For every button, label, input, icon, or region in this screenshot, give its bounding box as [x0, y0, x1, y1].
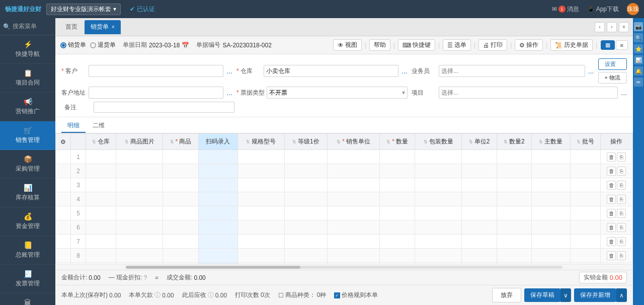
tab-prev-btn[interactable]: ‹	[595, 22, 605, 32]
sidebar-item-sales[interactable]: 🛒 销售管理	[0, 121, 55, 150]
tab-close-window-btn[interactable]: ×	[619, 22, 629, 32]
row-delete-btn[interactable]: 🗑	[607, 152, 616, 162]
warehouse-ellipsis-btn[interactable]: ...	[401, 67, 408, 75]
message-btn[interactable]: ✉ 1 消息	[552, 5, 579, 14]
col-warehouse[interactable]: ⇅ 仓库	[86, 134, 116, 150]
tab-home[interactable]: 首页	[59, 20, 84, 34]
sidebar-search[interactable]: 🔍 搜索菜单	[0, 18, 55, 35]
tab-sales-order[interactable]: 销货单 ×	[85, 20, 121, 34]
operate-btn[interactable]: ⚙ 操作	[515, 39, 543, 51]
scroll-thumb[interactable]	[126, 266, 300, 269]
radio-return[interactable]: 退货单	[90, 41, 116, 49]
app-download-btn[interactable]: 📱 App下载	[587, 5, 619, 14]
row-copy-btn[interactable]: ⎘	[617, 152, 626, 162]
row-delete-btn[interactable]: 🗑	[607, 181, 616, 190]
col-qty2[interactable]: ⇅ 数量2	[497, 134, 531, 150]
right-panel-btn-4[interactable]: 📊	[634, 55, 643, 64]
right-panel-btn-5[interactable]: 🔔	[634, 66, 643, 75]
view-btn[interactable]: 👁 视图	[333, 39, 362, 51]
print-btn[interactable]: 🖨 打印	[478, 39, 507, 51]
row-copy-btn[interactable]: ⎘	[617, 251, 626, 260]
abandon-btn[interactable]: 放弃	[492, 288, 521, 302]
project-input[interactable]	[439, 87, 618, 99]
collect-help[interactable]: ⓘ	[208, 291, 214, 299]
sidebar-item-purchase[interactable]: 📦 采购管理	[0, 150, 55, 179]
sidebar-item-accounting[interactable]: 📒 总账管理	[0, 236, 55, 265]
right-panel-btn-6[interactable]: ✏	[634, 78, 643, 87]
calendar-icon[interactable]: 📅	[182, 42, 189, 49]
sidebar-item-marketing[interactable]: 📢 营销推广	[0, 93, 55, 121]
col-sales-unit[interactable]: ⇅ * 销售单位	[328, 134, 380, 150]
address-input[interactable]	[89, 87, 223, 99]
help-btn[interactable]: 帮助	[369, 39, 390, 51]
user-area[interactable]: 珠珠	[627, 3, 639, 15]
row-copy-btn[interactable]: ⎘	[617, 223, 626, 232]
layout-grid-btn[interactable]: ▦	[601, 40, 615, 50]
row-copy-btn[interactable]: ⎘	[617, 237, 626, 246]
shortcut-btn[interactable]: ⌨ 快捷键	[398, 39, 435, 51]
row-copy-btn[interactable]: ⎘	[617, 209, 626, 218]
row-delete-btn[interactable]: 🗑	[607, 195, 616, 204]
project-ellipsis-btn[interactable]: ...	[621, 89, 627, 97]
col-pack-qty[interactable]: ⇅ 包装数量	[415, 134, 462, 150]
row-delete-btn[interactable]: 🗑	[607, 223, 616, 232]
select-order-btn[interactable]: ☰ 选单	[443, 39, 471, 51]
col-product-img[interactable]: ⇅ 商品图片	[116, 134, 163, 150]
salesman-input[interactable]	[439, 65, 585, 77]
col-main-qty[interactable]: ⇅ 主数量	[532, 134, 571, 150]
customer-ellipsis-btn[interactable]: ...	[226, 67, 232, 75]
history-btn[interactable]: 📜 历史单据	[550, 39, 593, 51]
save-draft-dropdown-btn[interactable]: ∨	[560, 288, 571, 302]
right-panel-btn-2[interactable]: 🔍	[634, 33, 643, 42]
date-value[interactable]: 2023-03-18	[149, 42, 180, 49]
col-unit-label: 销售单位	[346, 138, 370, 145]
col-settings[interactable]: ⚙	[56, 134, 71, 150]
salesman-ellipsis-btn[interactable]: ...	[588, 67, 594, 75]
tab-next-btn[interactable]: ›	[607, 22, 617, 32]
table-container: ⚙ ⇅ 仓库 ⇅ 商品图片 ⇅	[55, 133, 633, 264]
address-ellipsis-btn[interactable]: ...	[226, 89, 232, 97]
company-selector[interactable]: 好业财专业版演示帐套 ▾	[46, 4, 121, 15]
col-spec[interactable]: ⇅ 规格型号	[237, 134, 284, 150]
sidebar-item-tax[interactable]: 🏛 税务管理	[0, 293, 55, 305]
col-product[interactable]: ⇅ * 商品	[163, 134, 199, 150]
scroll-track[interactable]	[126, 266, 562, 269]
col-unit2[interactable]: ⇅ 单位2	[462, 134, 497, 150]
row-delete-btn[interactable]: 🗑	[607, 167, 616, 176]
row-copy-btn[interactable]: ⎘	[617, 167, 626, 176]
note-input[interactable]	[94, 102, 234, 113]
save-new-btn[interactable]: 保存并新增	[574, 288, 616, 302]
row-copy-btn[interactable]: ⎘	[617, 181, 626, 190]
save-new-dropdown-btn[interactable]: ∧	[616, 288, 627, 302]
col-scan-entry[interactable]: 扫码录入	[198, 134, 237, 150]
settings-btn[interactable]: 设置	[598, 58, 627, 70]
price-rule-checkbox[interactable]: ✓ 价格规则本单	[334, 291, 378, 299]
right-panel-btn-1[interactable]: 📷	[634, 22, 643, 31]
invoice-select[interactable]: 不开票 ▾	[267, 87, 408, 99]
help-icon[interactable]: ?	[143, 274, 147, 281]
tab-2d[interactable]: 二维	[87, 119, 111, 133]
row-delete-btn[interactable]: 🗑	[607, 209, 616, 218]
row-delete-btn[interactable]: 🗑	[607, 251, 616, 260]
col-batch[interactable]: ⇅ 批号	[570, 134, 600, 150]
layout-list-btn[interactable]: ≡	[616, 40, 628, 50]
row-copy-btn[interactable]: ⎘	[617, 195, 626, 204]
sidebar-item-finance[interactable]: 💰 资金管理	[0, 207, 55, 236]
sidebar-item-inventory[interactable]: 📊 库存核算	[0, 179, 55, 207]
sidebar-item-invoice[interactable]: 🧾 发票管理	[0, 265, 55, 293]
row-delete-btn[interactable]: 🗑	[607, 237, 616, 246]
radio-sales[interactable]: 销货单	[60, 41, 86, 49]
add-product-btn[interactable]: + 物流	[598, 72, 627, 84]
save-draft-btn[interactable]: 保存草稿	[524, 288, 560, 302]
warehouse-input[interactable]	[264, 65, 398, 77]
col-qty[interactable]: ⇅ * 数量	[379, 134, 415, 150]
right-panel-btn-3[interactable]: ⭐	[634, 44, 643, 53]
tab-detail[interactable]: 明细	[61, 119, 86, 133]
sidebar-item-project[interactable]: 📋 项目合同	[0, 64, 55, 93]
tab-close-btn[interactable]: ×	[112, 24, 115, 30]
sidebar-item-quick-nav[interactable]: ⚡ 快捷导航	[0, 35, 55, 64]
col-unit-price[interactable]: ⇅ 等级1价	[284, 134, 328, 150]
customer-input[interactable]	[89, 65, 223, 77]
horizontal-scrollbar[interactable]	[55, 264, 633, 270]
debt-help[interactable]: ⓘ	[154, 291, 160, 299]
